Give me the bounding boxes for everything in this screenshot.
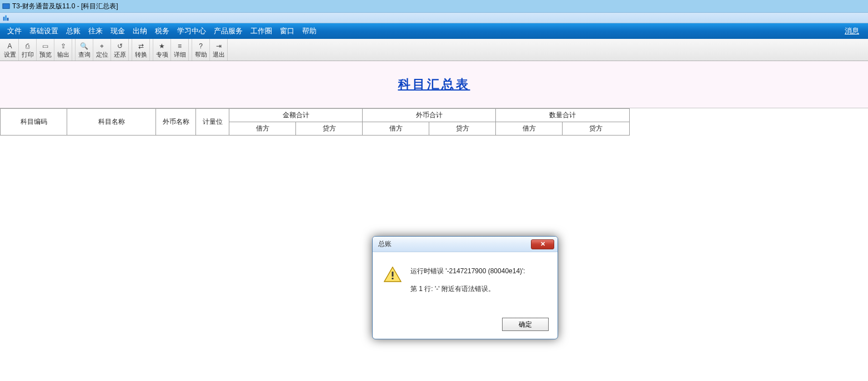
svg-rect-0: [3, 4, 9, 9]
col-foreign-group: 外币合计: [363, 109, 496, 122]
dialog-titlebar[interactable]: 总账 ✕: [373, 237, 558, 252]
restore-label: 还原: [114, 51, 126, 58]
menu-workcircle[interactable]: 工作圈: [247, 23, 276, 39]
special-button[interactable]: ★专项: [153, 39, 171, 61]
col-amount-debit: 借方: [229, 122, 296, 136]
menu-base[interactable]: 基础设置: [26, 23, 62, 39]
warning-icon: [384, 267, 402, 282]
dialog-body: 运行时错误 '-2147217900 (80040e14)': 第 1 行: '…: [373, 252, 558, 313]
detail-label: 详细: [174, 51, 186, 58]
menu-arap[interactable]: 往来: [84, 23, 107, 39]
col-fname: 外币名称: [156, 109, 196, 136]
table-header-wrap: 科目编码 科目名称 外币名称 计量位 金额合计 外币合计 数量合计 借方 贷方 …: [0, 108, 630, 136]
menu-product[interactable]: 产品服务: [210, 23, 247, 39]
dialog-title: 总账: [378, 239, 531, 249]
detail-button[interactable]: ≡详细: [171, 39, 189, 61]
report-title: 科目汇总表: [398, 76, 470, 93]
settings-button[interactable]: A设置: [1, 39, 19, 61]
dialog-text: 运行时错误 '-2147217900 (80040e14)': 第 1 行: '…: [410, 265, 525, 308]
query-label: 查询: [78, 51, 91, 58]
settings-label: 设置: [4, 51, 16, 58]
report-title-area: 科目汇总表: [0, 61, 868, 108]
col-name: 科目名称: [67, 109, 156, 136]
col-foreign-debit: 借方: [363, 122, 429, 136]
col-unit: 计量位: [196, 109, 229, 136]
summary-table: 科目编码 科目名称 外币名称 计量位 金额合计 外币合计 数量合计 借方 贷方 …: [0, 108, 630, 136]
menubar: 文件 基础设置 总账 往来 现金 出纳 税务 学习中心 产品服务 工作圈 窗口 …: [0, 23, 868, 39]
locate-label: 定位: [96, 51, 108, 58]
window-title: T3-财务通普及版11.0 - [科目汇总表]: [12, 2, 118, 11]
svg-rect-1: [3, 17, 5, 21]
settings-icon: A: [6, 42, 14, 51]
export-button[interactable]: ⇪输出: [54, 39, 72, 61]
menu-message[interactable]: 消息: [841, 23, 865, 39]
col-code: 科目编码: [1, 109, 67, 136]
query-icon: 🔍: [80, 42, 89, 51]
svg-rect-2: [5, 16, 7, 21]
menu-gl[interactable]: 总账: [62, 23, 84, 39]
locate-button[interactable]: ⌖定位: [93, 39, 111, 61]
col-qty-credit: 贷方: [563, 122, 630, 136]
preview-label: 预览: [39, 51, 52, 58]
help-button[interactable]: ?帮助: [192, 39, 210, 61]
dialog-footer: 确定: [373, 313, 558, 339]
exit-icon: ⇥: [214, 42, 223, 51]
col-amount-group: 金额合计: [229, 109, 363, 122]
col-qty-debit: 借方: [496, 122, 563, 136]
menu-learn[interactable]: 学习中心: [173, 23, 210, 39]
sub-titlebar: [0, 12, 868, 23]
restore-button[interactable]: ↺还原: [111, 39, 129, 61]
detail-icon: ≡: [175, 42, 184, 51]
print-label: 打印: [22, 51, 34, 58]
svg-rect-5: [392, 272, 394, 277]
convert-button[interactable]: ⇄转换: [132, 39, 150, 61]
svg-rect-3: [7, 18, 9, 21]
query-button[interactable]: 🔍查询: [76, 39, 93, 61]
print-button[interactable]: ⎙打印: [19, 39, 37, 61]
dialog-line1: 运行时错误 '-2147217900 (80040e14)':: [410, 265, 525, 277]
help-label: 帮助: [195, 51, 207, 58]
dialog-line2: 第 1 行: '-' 附近有语法错误。: [410, 283, 525, 294]
window-titlebar: T3-财务通普及版11.0 - [科目汇总表]: [0, 0, 868, 12]
restore-icon: ↺: [116, 42, 124, 51]
menu-cash[interactable]: 现金: [107, 23, 129, 39]
col-amount-credit: 贷方: [296, 122, 363, 136]
col-foreign-credit: 贷方: [429, 122, 496, 136]
help-icon: ?: [197, 42, 205, 51]
menu-file[interactable]: 文件: [3, 23, 26, 39]
export-icon: ⇪: [59, 42, 68, 51]
preview-button[interactable]: ▭预览: [37, 39, 54, 61]
dialog-close-button[interactable]: ✕: [531, 239, 554, 249]
svg-rect-6: [392, 278, 394, 279]
preview-icon: ▭: [41, 42, 50, 51]
menu-help[interactable]: 帮助: [298, 23, 320, 39]
exit-label: 退出: [213, 51, 225, 58]
print-icon: ⎙: [23, 42, 32, 51]
col-qty-group: 数量合计: [496, 109, 630, 122]
special-icon: ★: [158, 42, 167, 51]
export-label: 输出: [57, 51, 69, 58]
app-icon: [2, 2, 10, 10]
ok-button[interactable]: 确定: [502, 318, 549, 331]
locate-icon: ⌖: [98, 42, 107, 51]
toolbar: A设置⎙打印▭预览⇪输出🔍查询⌖定位↺还原⇄转换★专项≡详细?帮助⇥退出: [0, 39, 868, 61]
special-label: 专项: [156, 51, 168, 58]
error-dialog: 总账 ✕ 运行时错误 '-2147217900 (80040e14)': 第 1…: [372, 236, 558, 339]
convert-icon: ⇄: [137, 42, 145, 51]
menu-tax[interactable]: 税务: [151, 23, 173, 39]
convert-label: 转换: [135, 51, 147, 58]
menu-cashier[interactable]: 出纳: [129, 23, 151, 39]
menu-window[interactable]: 窗口: [276, 23, 298, 39]
exit-button[interactable]: ⇥退出: [210, 39, 228, 61]
logo-icon: [2, 14, 10, 22]
